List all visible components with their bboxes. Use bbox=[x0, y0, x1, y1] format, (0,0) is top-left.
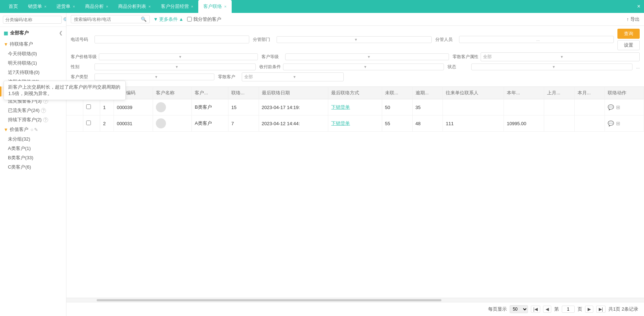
col-last-date: 最后联络日期 bbox=[259, 87, 328, 99]
window-close-button[interactable]: × bbox=[637, 3, 640, 10]
sidebar-search-icon[interactable]: 🔍 bbox=[63, 17, 66, 23]
filter-row-3: 性别 ▼ 收付款条件 ▼ 状态 bbox=[71, 63, 640, 70]
last-page-button[interactable]: ▶| bbox=[596, 306, 606, 313]
prev-page-button[interactable]: ◀ bbox=[543, 306, 551, 313]
customer-type-select[interactable]: ▼ bbox=[94, 74, 214, 80]
filter-row-2: 客户价格等级 ▼ 客户等级 ▼ 零散客户属性 全部 bbox=[71, 52, 640, 61]
action-icons: 💬 ⊞ bbox=[608, 121, 641, 126]
status-select[interactable]: ▼ bbox=[471, 63, 633, 70]
payment-select[interactable]: ▼ bbox=[283, 63, 444, 70]
row2-code: 000031 bbox=[114, 115, 153, 132]
edit-icon[interactable]: ✎ bbox=[34, 127, 38, 132]
sidebar-item-declining[interactable]: 持续下滑客户(2) ? bbox=[0, 115, 66, 124]
col-overdue: 逾期... bbox=[412, 87, 443, 99]
circle-icon[interactable]: ○ bbox=[31, 127, 33, 132]
row1-last-method[interactable]: 下销货单 bbox=[328, 99, 382, 115]
row1-last-date: 2023-04-17 14:19: bbox=[259, 99, 328, 115]
row2-not-contact: 55 bbox=[382, 115, 412, 132]
query-button[interactable]: 查询 bbox=[617, 29, 640, 39]
message-icon[interactable]: 💬 bbox=[608, 104, 614, 110]
col-this-year: 本年... bbox=[504, 87, 544, 99]
chevron-down-icon: ▼ bbox=[367, 55, 446, 59]
value-customers-group[interactable]: ▼ 价值客户 ○ ✎ bbox=[0, 124, 66, 135]
row2-checkbox[interactable] bbox=[83, 115, 100, 132]
chevron-down-icon: ▼ bbox=[363, 65, 441, 69]
price-grade-select[interactable]: ▼ bbox=[99, 53, 258, 60]
more-conditions-btn[interactable]: ▼ 更多条件 ▲ bbox=[153, 16, 184, 23]
settings-button[interactable]: 设置 bbox=[617, 40, 640, 50]
page-number-input[interactable] bbox=[562, 306, 575, 313]
sidebar-item-today[interactable]: 今天待联络(0) bbox=[0, 49, 66, 58]
message-icon[interactable]: 💬 bbox=[608, 121, 614, 126]
row2-last-month bbox=[544, 115, 575, 132]
gender-select[interactable]: ▼ bbox=[94, 63, 256, 70]
grid-icon[interactable]: ⊞ bbox=[616, 104, 620, 110]
customer-grade-select[interactable]: ▼ bbox=[285, 53, 449, 60]
horizontal-scrollbar[interactable] bbox=[66, 298, 644, 302]
sidebar-item-tomorrow[interactable]: 明天待联络(1) bbox=[0, 58, 66, 68]
per-page-select[interactable]: 50 100 200 bbox=[510, 305, 528, 313]
close-icon[interactable]: × bbox=[44, 4, 46, 9]
avatar bbox=[156, 118, 166, 128]
row2-contact: 7 bbox=[228, 115, 259, 132]
sidebar-item-already-lost[interactable]: 已流失客户(24) ? bbox=[0, 106, 66, 115]
dept-field: 分管部门 ▼ bbox=[253, 36, 431, 43]
nav-purchase[interactable]: 进货单 × bbox=[51, 0, 80, 13]
col-last-method: 最后联络方式 bbox=[328, 87, 382, 99]
chevron-down-icon: ▼ bbox=[293, 75, 341, 79]
search-icon[interactable]: 🔍 bbox=[141, 16, 147, 22]
nav-customer-tier[interactable]: 客户分层经营 × bbox=[156, 0, 198, 13]
export-button[interactable]: ↑ 导出 bbox=[627, 16, 640, 23]
close-icon[interactable]: × bbox=[73, 4, 75, 9]
dept-select[interactable]: ▼ bbox=[277, 36, 431, 43]
chevron-down-icon: ▼ bbox=[560, 55, 637, 59]
sidebar-item-7days[interactable]: 近7天待联络(0) bbox=[0, 68, 66, 77]
pending-contact-group[interactable]: ▼ 待联络客户 bbox=[0, 39, 66, 49]
more-icon[interactable]: ... bbox=[536, 37, 611, 42]
row2-last-method[interactable]: 下销货单 bbox=[328, 115, 382, 132]
chevron-down-icon: ▼ bbox=[154, 75, 212, 79]
more-link[interactable]: ... bbox=[636, 65, 640, 70]
row-checkbox[interactable] bbox=[86, 121, 91, 125]
sidebar-search-input[interactable] bbox=[3, 16, 62, 24]
customer-type-field: 客户类型 ▼ bbox=[71, 74, 214, 80]
sidebar-item-b-class[interactable]: B类客户(33) bbox=[0, 153, 66, 162]
col-action: 联络动作 bbox=[605, 87, 644, 99]
nav-sales[interactable]: 销货单 × bbox=[23, 0, 51, 13]
nav-product-analysis[interactable]: 商品分析 × bbox=[80, 0, 113, 13]
close-icon[interactable]: × bbox=[148, 4, 150, 9]
scrollbar-thumb[interactable] bbox=[97, 299, 441, 301]
search-box: 🔍 bbox=[71, 15, 150, 23]
close-icon[interactable]: × bbox=[224, 4, 226, 9]
retail-customer-select[interactable]: 全部 ▼ bbox=[242, 72, 344, 81]
retail-attr-select[interactable]: 全部 ▼ bbox=[481, 52, 640, 61]
row2-overdue: 48 bbox=[412, 115, 443, 132]
arrow-icon: ▼ bbox=[4, 127, 8, 132]
row1-checkbox[interactable] bbox=[83, 99, 100, 115]
nav-product-analysis-list[interactable]: 商品分析列表 × bbox=[113, 0, 156, 13]
grid-icon[interactable]: ⊞ bbox=[616, 121, 620, 126]
my-customers-checkbox-label[interactable]: 我分管的客户 bbox=[187, 16, 221, 23]
next-page-button[interactable]: ▶ bbox=[585, 306, 593, 313]
search-input[interactable] bbox=[74, 17, 141, 22]
close-icon[interactable]: × bbox=[191, 4, 193, 9]
sidebar-item-a-class[interactable]: A类客户(1) bbox=[0, 144, 66, 153]
close-icon[interactable]: × bbox=[106, 4, 108, 9]
phone-input[interactable] bbox=[94, 36, 249, 43]
sidebar-item-c-class[interactable]: C类客户(6) bbox=[0, 162, 66, 172]
chevron-up-icon: ▲ bbox=[179, 16, 184, 22]
sidebar-item-ungroup[interactable]: 未分组(32) bbox=[0, 135, 66, 144]
filter-actions: 查询 设置 bbox=[617, 29, 640, 50]
first-page-button[interactable]: |◀ bbox=[531, 306, 540, 313]
row2-name bbox=[153, 115, 192, 132]
manager-select[interactable]: ... bbox=[459, 36, 614, 43]
my-customers-checkbox[interactable] bbox=[187, 17, 192, 22]
row-checkbox[interactable] bbox=[86, 104, 91, 109]
nav-customer-contact[interactable]: 客户联络 × bbox=[198, 0, 231, 13]
row1-code: 000039 bbox=[114, 99, 153, 115]
row2-action: 💬 ⊞ bbox=[605, 115, 644, 132]
action-icons: 💬 ⊞ bbox=[608, 104, 641, 110]
all-customers-header[interactable]: ▦ 全部客户 ❮ bbox=[0, 27, 66, 39]
row1-settings bbox=[66, 99, 83, 115]
nav-home[interactable]: 首页 bbox=[4, 0, 23, 13]
